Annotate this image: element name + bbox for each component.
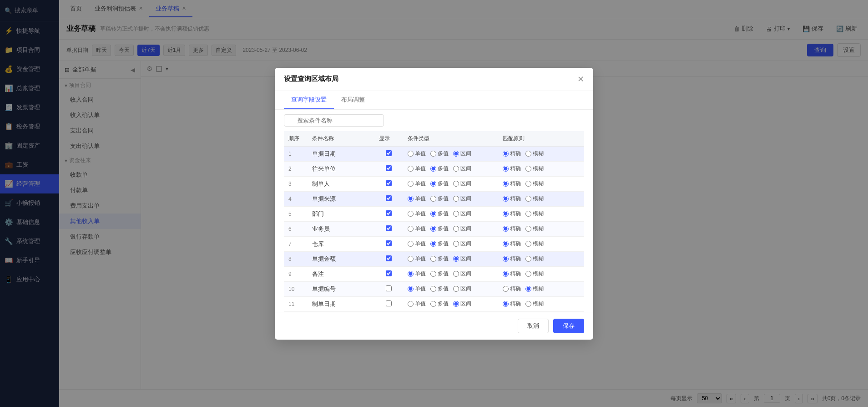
match-rule-模糊-radio[interactable]: [525, 301, 531, 307]
cond-type-区间-label[interactable]: 区间: [453, 165, 471, 173]
match-rule-模糊-radio[interactable]: [525, 181, 531, 187]
cond-type-单值-radio[interactable]: [408, 151, 414, 157]
show-checkbox-label[interactable]: [386, 241, 392, 248]
match-rule-模糊-label[interactable]: 模糊: [525, 225, 544, 233]
cond-type-区间-label[interactable]: 区间: [453, 195, 471, 203]
cond-type-单值-radio[interactable]: [408, 301, 414, 307]
cond-type-单值-label[interactable]: 单值: [408, 150, 426, 158]
cond-type-单值-radio[interactable]: [408, 196, 414, 202]
match-rule-精确-label[interactable]: 精确: [503, 240, 521, 248]
match-rule-模糊-radio[interactable]: [525, 241, 531, 247]
show-checkbox-label[interactable]: [386, 226, 392, 233]
cond-type-区间-radio[interactable]: [453, 301, 459, 307]
cond-type-单值-radio[interactable]: [408, 181, 414, 187]
match-rule-精确-radio[interactable]: [503, 226, 509, 232]
cond-type-单值-radio[interactable]: [408, 226, 414, 232]
cond-type-单值-label[interactable]: 单值: [408, 240, 426, 248]
cond-type-多值-label[interactable]: 多值: [430, 300, 449, 308]
show-checkbox[interactable]: [386, 300, 392, 306]
cond-type-区间-label[interactable]: 区间: [453, 300, 471, 308]
match-rule-精确-label[interactable]: 精确: [503, 225, 521, 233]
cond-type-单值-radio[interactable]: [408, 211, 414, 217]
cond-type-单值-radio[interactable]: [408, 166, 414, 172]
show-checkbox[interactable]: [386, 150, 392, 156]
cond-type-单值-label[interactable]: 单值: [408, 165, 426, 173]
cond-type-多值-label[interactable]: 多值: [430, 225, 449, 233]
match-rule-精确-radio[interactable]: [503, 256, 509, 262]
match-rule-模糊-radio[interactable]: [525, 256, 531, 262]
cond-type-区间-label[interactable]: 区间: [453, 210, 471, 218]
cond-type-多值-label[interactable]: 多值: [430, 210, 449, 218]
cond-type-区间-radio[interactable]: [453, 256, 459, 262]
cond-type-多值-radio[interactable]: [430, 241, 436, 247]
cond-type-多值-label[interactable]: 多值: [430, 150, 449, 158]
tab-query-fields[interactable]: 查询字段设置: [284, 91, 334, 109]
match-rule-模糊-label[interactable]: 模糊: [525, 150, 544, 158]
match-rule-模糊-label[interactable]: 模糊: [525, 210, 544, 218]
cond-type-区间-label[interactable]: 区间: [453, 225, 471, 233]
match-rule-精确-radio[interactable]: [503, 241, 509, 247]
cond-type-区间-radio[interactable]: [453, 211, 459, 217]
show-checkbox[interactable]: [386, 210, 392, 216]
cond-type-多值-label[interactable]: 多值: [430, 255, 449, 263]
cond-type-单值-label[interactable]: 单值: [408, 210, 426, 218]
match-rule-模糊-radio[interactable]: [525, 271, 531, 277]
cond-type-区间-radio[interactable]: [453, 151, 459, 157]
cond-type-多值-radio[interactable]: [430, 256, 436, 262]
modal-search-input[interactable]: [284, 114, 384, 127]
match-rule-精确-radio[interactable]: [503, 181, 509, 187]
match-rule-模糊-radio[interactable]: [525, 196, 531, 202]
match-rule-精确-label[interactable]: 精确: [503, 150, 521, 158]
cond-type-区间-label[interactable]: 区间: [453, 255, 471, 263]
cond-type-多值-radio[interactable]: [430, 226, 436, 232]
cond-type-区间-label[interactable]: 区间: [453, 285, 471, 293]
match-rule-模糊-radio[interactable]: [525, 151, 531, 157]
cond-type-区间-radio[interactable]: [453, 166, 459, 172]
cond-type-多值-label[interactable]: 多值: [430, 180, 449, 188]
modal-close-button[interactable]: ✕: [577, 74, 584, 84]
cond-type-多值-label[interactable]: 多值: [430, 270, 449, 278]
cond-type-多值-radio[interactable]: [430, 196, 436, 202]
show-checkbox-label[interactable]: [386, 286, 392, 293]
match-rule-精确-radio[interactable]: [503, 211, 509, 217]
show-checkbox-label[interactable]: [386, 211, 392, 218]
show-checkbox[interactable]: [386, 195, 392, 201]
cond-type-单值-radio[interactable]: [408, 286, 414, 292]
cond-type-单值-label[interactable]: 单值: [408, 300, 426, 308]
cond-type-区间-label[interactable]: 区间: [453, 180, 471, 188]
cond-type-单值-label[interactable]: 单值: [408, 285, 426, 293]
match-rule-精确-label[interactable]: 精确: [503, 195, 521, 203]
match-rule-精确-label[interactable]: 精确: [503, 165, 521, 173]
cancel-button[interactable]: 取消: [518, 319, 549, 333]
cond-type-区间-radio[interactable]: [453, 226, 459, 232]
cond-type-多值-radio[interactable]: [430, 271, 436, 277]
cond-type-区间-label[interactable]: 区间: [453, 270, 471, 278]
cond-type-单值-label[interactable]: 单值: [408, 255, 426, 263]
match-rule-模糊-label[interactable]: 模糊: [525, 165, 544, 173]
match-rule-模糊-label[interactable]: 模糊: [525, 255, 544, 263]
match-rule-精确-radio[interactable]: [503, 166, 509, 172]
show-checkbox[interactable]: [386, 240, 392, 246]
show-checkbox[interactable]: [386, 285, 392, 291]
match-rule-模糊-label[interactable]: 模糊: [525, 180, 544, 188]
show-checkbox-label[interactable]: [386, 151, 392, 158]
cond-type-区间-label[interactable]: 区间: [453, 150, 471, 158]
cond-type-区间-radio[interactable]: [453, 181, 459, 187]
match-rule-模糊-radio[interactable]: [525, 166, 531, 172]
cond-type-多值-label[interactable]: 多值: [430, 195, 449, 203]
show-checkbox-label[interactable]: [386, 181, 392, 188]
show-checkbox[interactable]: [386, 180, 392, 186]
tab-layout[interactable]: 布局调整: [334, 91, 372, 109]
match-rule-精确-radio[interactable]: [503, 271, 509, 277]
match-rule-精确-label[interactable]: 精确: [503, 180, 521, 188]
cond-type-多值-radio[interactable]: [430, 211, 436, 217]
cond-type-区间-radio[interactable]: [453, 271, 459, 277]
cond-type-多值-radio[interactable]: [430, 181, 436, 187]
cond-type-多值-label[interactable]: 多值: [430, 240, 449, 248]
cond-type-单值-radio[interactable]: [408, 256, 414, 262]
show-checkbox-label[interactable]: [386, 256, 392, 263]
match-rule-模糊-label[interactable]: 模糊: [525, 285, 544, 293]
match-rule-模糊-label[interactable]: 模糊: [525, 270, 544, 278]
match-rule-精确-label[interactable]: 精确: [503, 285, 521, 293]
match-rule-精确-label[interactable]: 精确: [503, 210, 521, 218]
